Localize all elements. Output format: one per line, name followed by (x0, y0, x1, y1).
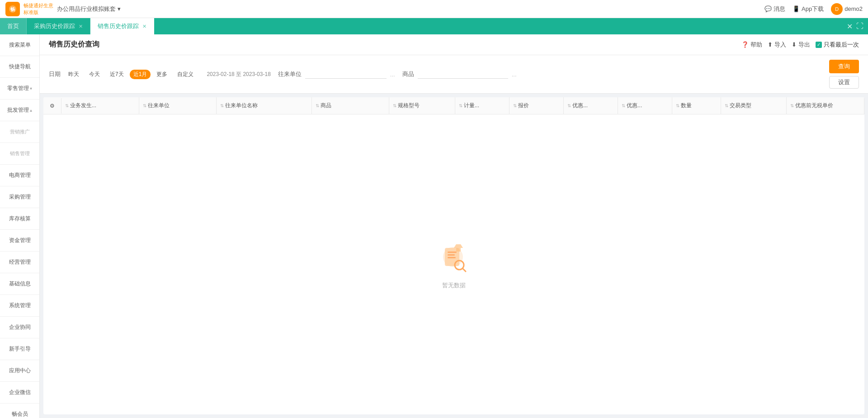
basic-label: 基础信息 (9, 280, 31, 288)
import-button[interactable]: ⬆ 导入 (768, 41, 786, 49)
sidebar-item-basic[interactable]: 基础信息 (0, 273, 39, 295)
th-price-label: 报价 (518, 102, 529, 109)
sidebar-item-finance[interactable]: 资金管理 (0, 230, 39, 252)
enterprise-label: 企业协同 (9, 323, 31, 331)
sidebar-item-purchase[interactable]: 采购管理 (0, 186, 39, 208)
th-trade-type[interactable]: ⇅ 交易类型 (721, 97, 787, 114)
th-pretax-price[interactable]: ⇅ 优惠前无税单价 (787, 97, 864, 114)
sidebar-item-wholesale[interactable]: 批发管理 ▴ (0, 100, 39, 121)
empty-icon (436, 240, 472, 276)
query-button[interactable]: 查询 (829, 60, 859, 73)
help-button[interactable]: ❓ 帮助 (741, 41, 762, 49)
help-icon: ❓ (741, 41, 749, 48)
th-settings[interactable]: ⚙ (43, 98, 61, 114)
th-product[interactable]: ⇅ 商品 (312, 97, 390, 114)
th-partner-code[interactable]: ⇅ 往来单位 (139, 97, 217, 114)
message-button[interactable]: 💬 消息 (764, 5, 785, 13)
marketing-label: 营销推广 (10, 128, 30, 135)
th-trade-type-label: 交易类型 (730, 102, 751, 109)
product-input[interactable] (418, 70, 508, 79)
topbar-left: 畅 畅捷通好生意 标准版 办公用品行业模拟账套 ▾ (5, 2, 121, 16)
sidebar-item-quicknav[interactable]: 快捷导航 (0, 56, 39, 78)
sidebar-item-wechat[interactable]: 企业微信 (0, 382, 39, 404)
tab-purchase-history[interactable]: 采购历史价跟踪 ✕ (27, 18, 90, 34)
home-tab-label: 首页 (7, 22, 19, 30)
th-unit[interactable]: ⇅ 计量... (455, 97, 509, 114)
app-selector[interactable]: 办公用品行业模拟账套 ▾ (57, 5, 121, 13)
app-download-button[interactable]: 📱 App下载 (793, 5, 824, 13)
th-spec[interactable]: ⇅ 规格型号 (389, 97, 455, 114)
sidebar-item-member[interactable]: 畅会员 (0, 404, 39, 418)
quicknav-label: 快捷导航 (9, 63, 31, 71)
logo-text: 畅捷通好生意 标准版 (24, 2, 53, 15)
app-selector-label: 办公用品行业模拟账套 (57, 5, 116, 13)
page-title-row: 销售历史价查询 ❓ 帮助 ⬆ 导入 ⬇ 导出 ✓ (49, 40, 859, 49)
date-btn-yesterday[interactable]: 昨天 (64, 69, 83, 80)
sidebar-item-inventory[interactable]: 库存核算 (0, 208, 39, 230)
sidebar-item-search[interactable]: 搜索菜单 (0, 34, 39, 56)
th-business-label: 业务发生... (70, 102, 96, 109)
date-btn-1month[interactable]: 近1月 (130, 70, 151, 79)
tab-home[interactable]: 首页 (0, 18, 27, 34)
wholesale-arrow-icon: ▴ (30, 108, 32, 113)
sidebar-item-appcenter[interactable]: 应用中心 (0, 360, 39, 382)
import-label: 导入 (774, 41, 786, 49)
sort-pretax-icon: ⇅ (790, 103, 794, 108)
sidebar-item-marketing[interactable]: 营销推广 (0, 121, 39, 143)
product-dots[interactable]: ... (512, 71, 517, 78)
wholesale-label: 批发管理 (7, 106, 29, 114)
date-btn-today[interactable]: 今天 (85, 69, 104, 80)
settings-button[interactable]: 设置 (829, 76, 859, 89)
inventory-label: 库存核算 (9, 215, 31, 223)
retail-arrow-icon: ▾ (30, 86, 32, 91)
sidebar-item-ecommerce[interactable]: 电商管理 (0, 165, 39, 186)
export-button[interactable]: ⬇ 导出 (792, 41, 810, 49)
th-partner-name-label: 往来单位名称 (225, 102, 258, 109)
user-menu[interactable]: D demo2 (831, 3, 863, 15)
chevron-down-icon: ▾ (118, 5, 121, 12)
close-sales-history-icon[interactable]: ✕ (142, 24, 146, 29)
only-last-checkbox[interactable]: ✓ 只看最后一次 (816, 41, 859, 49)
th-discount2[interactable]: ⇅ 优惠... (618, 97, 672, 114)
th-quantity-label: 数量 (681, 102, 692, 109)
th-partner-name[interactable]: ⇅ 往来单位名称 (217, 97, 311, 114)
th-product-label: 商品 (321, 102, 331, 109)
sidebar-item-enterprise[interactable]: 企业协同 (0, 317, 39, 338)
content-area: 销售历史价查询 ❓ 帮助 ⬆ 导入 ⬇ 导出 ✓ (40, 34, 868, 418)
partner-label: 往来单位 (278, 70, 302, 78)
svg-rect-4 (448, 252, 457, 253)
sort-qty-icon: ⇅ (676, 103, 679, 108)
sidebar-item-guide[interactable]: 新手引导 (0, 338, 39, 360)
tab-sales-history[interactable]: 销售历史价跟踪 ✕ (90, 18, 154, 34)
partner-input[interactable] (305, 70, 387, 79)
retail-label: 零售管理 (7, 85, 29, 92)
avatar: D (831, 3, 843, 15)
sys-label: 系统管理 (9, 302, 31, 309)
sort-trade-icon: ⇅ (725, 103, 728, 108)
message-label: 消息 (774, 5, 785, 13)
sidebar-item-retail[interactable]: 零售管理 ▾ (0, 78, 39, 100)
sidebar-item-ops[interactable]: 经营管理 (0, 252, 39, 273)
close-tab-icon[interactable]: ✕ (847, 22, 853, 31)
close-purchase-history-icon[interactable]: ✕ (79, 24, 83, 29)
th-quantity[interactable]: ⇅ 数量 (672, 97, 721, 114)
sidebar-item-sys[interactable]: 系统管理 (0, 295, 39, 317)
logo-icon: 畅 (5, 2, 20, 16)
date-btn-custom[interactable]: 自定义 (173, 69, 198, 80)
th-price[interactable]: ⇅ 报价 (509, 97, 564, 114)
date-btn-more[interactable]: 更多 (152, 69, 171, 80)
th-business-date[interactable]: ⇅ 业务发生... (61, 97, 139, 114)
empty-state: 暂无数据 (43, 114, 864, 414)
partner-filter-group: 往来单位 ... (278, 70, 395, 79)
main-layout: 搜索菜单 快捷导航 零售管理 ▾ 批发管理 ▴ 营销推广 销售管理 电商管理 采… (0, 34, 868, 418)
expand-icon[interactable]: ⛶ (856, 22, 863, 30)
th-discount1[interactable]: ⇅ 优惠... (564, 97, 618, 114)
partner-dots[interactable]: ... (390, 71, 395, 78)
wechat-label: 企业微信 (9, 389, 31, 396)
guide-label: 新手引导 (9, 345, 31, 353)
sidebar-item-sales[interactable]: 销售管理 (0, 143, 39, 165)
product-filter-group: 商品 ... (402, 70, 517, 79)
svg-line-8 (462, 268, 466, 271)
date-btn-7days[interactable]: 近7天 (106, 69, 128, 80)
ecommerce-label: 电商管理 (9, 171, 31, 179)
